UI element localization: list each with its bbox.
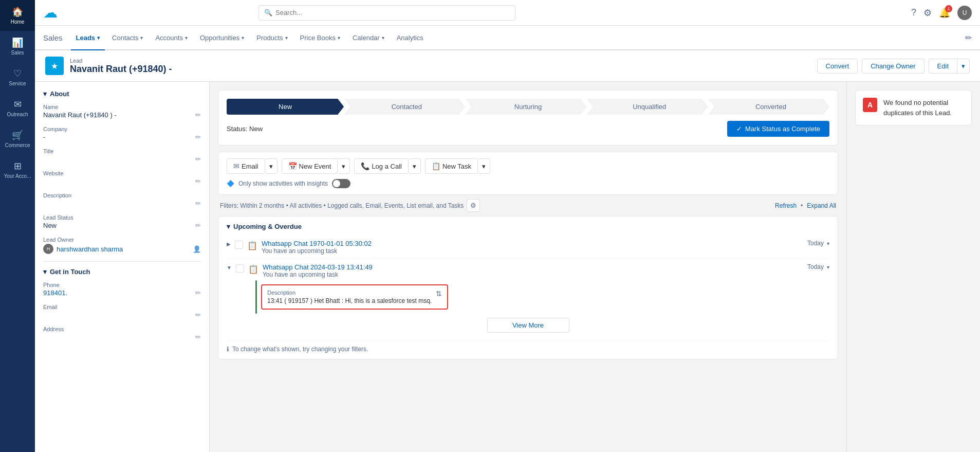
- nav-price-books-chevron: ▾: [338, 35, 340, 41]
- sidebar-item-outreach[interactable]: ✉ Outreach: [0, 93, 35, 123]
- nav-edit-icon[interactable]: ✏: [965, 33, 972, 43]
- sidebar-item-sales[interactable]: 📊 Sales: [0, 31, 35, 62]
- record-actions: Convert Change Owner Edit ▾: [817, 59, 970, 74]
- nav-item-contacts[interactable]: Contacts ▾: [107, 26, 148, 50]
- task-dropdown-button[interactable]: ▾: [478, 158, 490, 174]
- field-lead-owner-edit-icon[interactable]: 👤: [193, 245, 201, 253]
- email-dropdown-button[interactable]: ▾: [265, 158, 278, 174]
- sidebar-item-commerce-label: Commerce: [5, 142, 30, 148]
- insights-toggle[interactable]: [332, 179, 350, 188]
- nav-item-price-books[interactable]: Price Books ▾: [295, 26, 345, 50]
- field-name-value: Navanit Raut (+91840 ) - ✏: [43, 111, 201, 119]
- get-in-touch-section-header[interactable]: ▾ Get in Touch: [43, 268, 201, 276]
- field-description-label: Description: [43, 192, 201, 198]
- filter-divider: •: [801, 202, 803, 209]
- nav-item-leads[interactable]: Leads ▾: [71, 26, 105, 50]
- path-step-contacted[interactable]: Contacted: [344, 99, 465, 115]
- activity-dropdown-2[interactable]: ▾: [827, 264, 829, 270]
- path-step-converted[interactable]: Converted: [708, 99, 829, 115]
- edit-button[interactable]: Edit: [929, 59, 957, 74]
- field-lead-status-edit-icon[interactable]: ✏: [195, 222, 201, 229]
- activity-title-2[interactable]: Whatsapp Chat 2024-03-19 13:41:49: [263, 263, 373, 271]
- field-lead-owner-value: H harshwardhan sharma 👤: [43, 244, 201, 254]
- field-phone-edit-icon[interactable]: ✏: [195, 289, 201, 297]
- path-steps: New Contacted Nurturing Unqualified Conv…: [227, 99, 829, 115]
- commerce-icon: 🛒: [12, 130, 23, 141]
- sidebar-item-your-account[interactable]: ⊞ Your Acco...: [0, 154, 35, 185]
- nav-price-books-label: Price Books: [300, 34, 336, 42]
- activity-dropdown-1[interactable]: ▾: [827, 241, 829, 246]
- edit-dropdown-button[interactable]: ▾: [957, 59, 970, 74]
- filter-settings-button[interactable]: ⚙: [467, 199, 480, 212]
- view-more-button[interactable]: View More: [487, 318, 569, 333]
- insights-label: Only show activities with insights: [238, 180, 328, 187]
- field-name-edit-icon[interactable]: ✏: [195, 111, 201, 119]
- event-button-group: 📅 New Event ▾: [282, 158, 350, 174]
- main-content: ★ Lead Navanit Raut (+91840) - Convert C…: [35, 50, 980, 452]
- description-expand-icon[interactable]: ⇅: [436, 290, 442, 298]
- activity-item-2: ▼ 📋 Whatsapp Chat 2024-03-19 13:41:49 Yo…: [227, 259, 829, 341]
- field-email-edit-icon[interactable]: ✏: [195, 311, 201, 319]
- activity-title-1[interactable]: Whatsapp Chat 1970-01-01 05:30:02: [262, 240, 372, 247]
- email-button[interactable]: ✉ Email: [227, 158, 265, 174]
- nav-item-opportunities[interactable]: Opportunities ▾: [195, 26, 249, 50]
- settings-icon[interactable]: ⚙: [923, 7, 932, 19]
- divider-1: [43, 261, 201, 262]
- sidebar-item-sales-label: Sales: [11, 50, 24, 56]
- field-title-edit-icon[interactable]: ✏: [195, 155, 201, 163]
- nav-item-calendar[interactable]: Calendar ▾: [347, 26, 390, 50]
- nav-opportunities-label: Opportunities: [200, 34, 239, 42]
- new-event-button[interactable]: 📅 New Event: [282, 158, 338, 174]
- path-step-nurturing[interactable]: Nurturing: [465, 99, 586, 115]
- nav-item-accounts[interactable]: Accounts ▾: [150, 26, 192, 50]
- field-phone-label: Phone: [43, 282, 201, 288]
- field-company-label: Company: [43, 126, 201, 132]
- activity-checkbox-1[interactable]: [235, 241, 243, 249]
- nav-item-analytics[interactable]: Analytics: [392, 26, 429, 50]
- search-bar[interactable]: 🔍: [258, 5, 515, 21]
- sidebar-item-home[interactable]: 🏠 Home: [0, 0, 35, 31]
- activity-expand-2[interactable]: ▼: [227, 265, 232, 270]
- record-type: Lead: [70, 58, 811, 64]
- phone-link[interactable]: 918401.: [43, 289, 67, 297]
- activity-checkbox-2[interactable]: [236, 264, 244, 273]
- expand-all-link[interactable]: Expand All: [807, 202, 836, 209]
- field-name-label: Name: [43, 104, 201, 110]
- upcoming-section-title[interactable]: ▾ Upcoming & Overdue: [227, 223, 829, 230]
- search-input[interactable]: [275, 9, 510, 16]
- path-step-new[interactable]: New: [227, 99, 344, 115]
- search-icon: 🔍: [264, 9, 272, 16]
- field-website-edit-icon[interactable]: ✏: [195, 177, 201, 185]
- user-avatar[interactable]: U: [957, 6, 972, 20]
- change-owner-button[interactable]: Change Owner: [862, 59, 924, 74]
- nav-accounts-label: Accounts: [155, 34, 182, 42]
- activity-buttons: ✉ Email ▾ 📅 New Event ▾: [227, 158, 829, 174]
- help-icon[interactable]: ?: [911, 7, 916, 18]
- convert-button[interactable]: Convert: [817, 59, 858, 74]
- field-lead-status: Lead Status New ✏: [43, 214, 201, 229]
- edit-button-group: Edit ▾: [929, 59, 970, 74]
- sidebar-item-commerce[interactable]: 🛒 Commerce: [0, 123, 35, 154]
- path-step-unqualified[interactable]: Unqualified: [587, 99, 708, 115]
- refresh-link[interactable]: Refresh: [775, 202, 797, 209]
- field-address-label: Address: [43, 326, 201, 332]
- about-section-header[interactable]: ▾ About: [43, 90, 201, 98]
- new-task-button[interactable]: 📋 New Task: [425, 158, 478, 174]
- notification-icon[interactable]: 🔔 1: [939, 7, 950, 19]
- activity-content-1: Whatsapp Chat 1970-01-01 05:30:02 You ha…: [262, 240, 803, 255]
- nav-item-products[interactable]: Products ▾: [251, 26, 292, 50]
- about-section-title: About: [50, 90, 69, 98]
- bottom-hint-text: To change what's shown, try changing you…: [232, 346, 368, 353]
- event-dropdown-button[interactable]: ▾: [338, 158, 350, 174]
- mark-complete-button[interactable]: ✓ Mark Status as Complete: [727, 121, 829, 137]
- owner-link[interactable]: harshwardhan sharma: [57, 245, 123, 253]
- nav-contacts-label: Contacts: [112, 34, 138, 42]
- log-call-button[interactable]: 📞 Log a Call: [354, 158, 409, 174]
- sidebar-item-home-label: Home: [11, 19, 25, 25]
- call-dropdown-button[interactable]: ▾: [409, 158, 421, 174]
- sidebar-item-service[interactable]: ♡ Service: [0, 62, 35, 93]
- field-description-edit-icon[interactable]: ✏: [195, 200, 201, 207]
- field-company-edit-icon[interactable]: ✏: [195, 133, 201, 141]
- field-address-edit-icon[interactable]: ✏: [195, 333, 201, 341]
- activity-expand-1[interactable]: ▶: [227, 241, 231, 247]
